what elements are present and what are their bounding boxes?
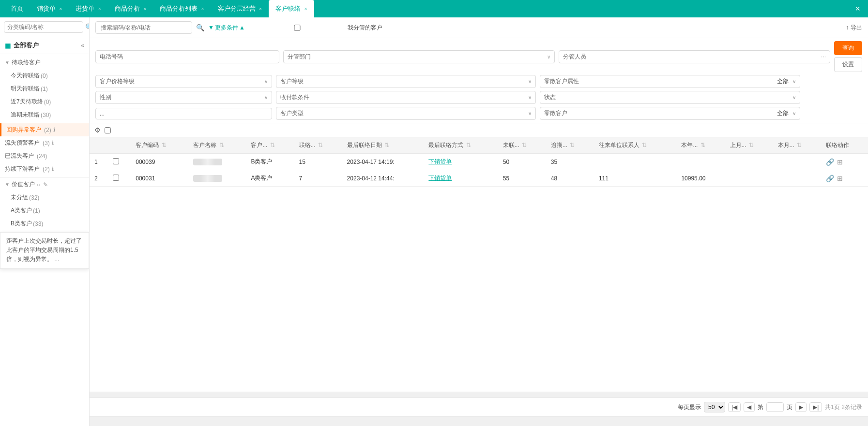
sidebar-item-tomorrow[interactable]: 明天待联络 (1) (0, 82, 89, 95)
row1-link-icon[interactable]: 🔗 (826, 158, 834, 166)
sidebar-item-class-a[interactable]: A类客户 (1) (0, 204, 89, 217)
close-all-tabs-button[interactable]: × (851, 4, 864, 14)
sidebar-item-ungrouped[interactable]: 未分组 (32) (0, 191, 89, 204)
sort-no-contact-icon[interactable]: ⇅ (522, 142, 527, 148)
first-page-button[interactable]: |◀ (728, 402, 741, 412)
table-settings-icon[interactable]: ⚙ (94, 126, 101, 134)
nav-customer-contact[interactable]: 客户联络 × (269, 0, 314, 17)
sort-last-month-icon[interactable]: ⇅ (749, 142, 754, 148)
select-all-checkbox[interactable] (105, 127, 111, 133)
filter-dots[interactable]: ... (95, 108, 272, 119)
close-customer-contact-icon[interactable]: × (304, 0, 307, 17)
close-customer-tier-icon[interactable]: × (259, 0, 262, 17)
sort-overdue-icon[interactable]: ⇅ (570, 142, 575, 148)
filter-retail-customer[interactable]: 零散客户 全部 ∨ (540, 107, 800, 120)
sort-last-date-icon[interactable]: ⇅ (384, 142, 389, 148)
value-arrow-icon: ▼ (5, 182, 10, 187)
filter-phone[interactable]: 电话号码 (95, 50, 279, 63)
row1-action-icons: 🔗 ⊞ (826, 158, 863, 166)
sidebar-item-class-b[interactable]: B类客户 (33) (0, 217, 89, 230)
my-customers-checkbox-label[interactable]: 我分管的客户 (249, 24, 382, 32)
nav-sales-order[interactable]: 销货单 × (30, 0, 69, 17)
export-button[interactable]: ↑ 导出 (846, 24, 862, 32)
row1-grid-icon[interactable]: ⊞ (837, 158, 843, 166)
sort-name-icon[interactable]: ⇅ (219, 142, 224, 148)
sort-type-icon[interactable]: ⇅ (270, 142, 275, 148)
sort-this-year-icon[interactable]: ⇅ (700, 142, 705, 148)
content-area: 🔍 ▼ 更多条件 ▲ 我分管的客户 ↑ 导出 电话号码 (90, 17, 868, 426)
lost-warning-info-icon: ℹ (52, 140, 54, 146)
filter-retail-attr[interactable]: 零散客户属性 全部 ∨ (540, 75, 800, 88)
settings-button[interactable]: 设置 (834, 57, 862, 72)
row2-last-method-link[interactable]: 下销货单 (428, 175, 452, 181)
search-button-icon[interactable]: 🔍 (196, 24, 204, 31)
row2-checkbox-cell (108, 170, 131, 187)
nav-customer-tier[interactable]: 客户分层经营 × (211, 0, 269, 17)
dept-arrow-icon: ∨ (547, 54, 550, 59)
filter-manager[interactable]: 分管人员 ··· (559, 50, 830, 63)
sort-code-icon[interactable]: ⇅ (162, 142, 167, 148)
close-sales-order-icon[interactable]: × (59, 0, 62, 17)
sort-last-method-icon[interactable]: ⇅ (466, 142, 471, 148)
sidebar-all-customers-header[interactable]: ▦ 全部客户 « (0, 37, 89, 54)
sidebar-search-input[interactable] (4, 21, 83, 33)
filter-status[interactable]: 状态 ∨ (540, 91, 800, 104)
sidebar-item-overdue[interactable]: 逾期未联络 (30) (0, 108, 89, 121)
manager-dots-icon[interactable]: ··· (821, 53, 826, 60)
table-header-row: 客户编码 ⇅ 客户名称 ⇅ 客户... ⇅ 联络... (90, 137, 868, 154)
nav-purchase-order[interactable]: 进货单 × (69, 0, 107, 17)
close-product-analysis-icon[interactable]: × (143, 0, 146, 17)
sort-contact-count-icon[interactable]: ⇅ (318, 142, 323, 148)
retail-attr-arrow-icon: ∨ (792, 79, 796, 84)
search-bar: 🔍 ▼ 更多条件 ▲ 我分管的客户 ↑ 导出 (90, 17, 868, 38)
sidebar-search-area: 🔍 (0, 17, 89, 37)
more-conditions-button[interactable]: ▼ 更多条件 ▲ (208, 24, 245, 32)
sidebar-item-repurchase-abnormal[interactable]: 回购异常客户 (2) ℹ (0, 123, 89, 136)
customers-table: 客户编码 ⇅ 客户名称 ⇅ 客户... ⇅ 联络... (90, 137, 868, 187)
pending-contact-header[interactable]: ▼ 待联络客户 (0, 56, 89, 69)
horizontal-scrollbar[interactable] (90, 392, 868, 397)
sidebar-item-lost-warning[interactable]: 流失预警客户 (3) ℹ (0, 136, 89, 149)
query-button[interactable]: 查询 (834, 41, 862, 55)
filter-payment[interactable]: 收付款条件 ∨ (276, 91, 536, 104)
row2-contact-person: 111 (594, 170, 677, 187)
filter-customer-type[interactable]: 客户类型 ∨ (276, 107, 536, 120)
nav-product-analysis[interactable]: 商品分析 × (108, 0, 153, 17)
nav-home[interactable]: 首页 (4, 0, 30, 17)
sort-this-month-icon[interactable]: ⇅ (797, 142, 802, 148)
row2-link-icon[interactable]: 🔗 (826, 175, 834, 182)
filter-dept[interactable]: 分管部门 ∨ (283, 50, 555, 63)
per-page-select[interactable]: 50 (704, 402, 725, 412)
sidebar-item-7days[interactable]: 近7天待联络 (0) (0, 95, 89, 108)
row2-checkbox[interactable] (113, 175, 119, 181)
col-checkbox (108, 137, 131, 154)
my-customers-checkbox[interactable] (249, 25, 346, 31)
edit-icon[interactable]: ✎ (43, 181, 48, 188)
sidebar-item-declining[interactable]: 持续下滑客户 (2) ℹ (0, 162, 89, 176)
row2-grid-icon[interactable]: ⊞ (837, 175, 843, 182)
sidebar-item-today[interactable]: 今天待联络 (0) (0, 69, 89, 82)
nav-product-analysis-list[interactable]: 商品分析列表 × (153, 0, 211, 17)
sidebar-search-icon[interactable]: 🔍 (85, 23, 90, 31)
filter-customer-level[interactable]: 客户等级 ∨ (276, 75, 536, 88)
refresh-icon[interactable]: ○ (37, 182, 40, 188)
page-number-input[interactable]: 1 (766, 402, 784, 412)
row2-last-month (725, 170, 773, 187)
row1-last-method-link[interactable]: 下销货单 (428, 158, 452, 165)
sort-contact-person-icon[interactable]: ⇅ (642, 142, 647, 148)
filter-price-level[interactable]: 客户价格等级 ∨ (95, 75, 272, 88)
close-product-analysis-list-icon[interactable]: × (201, 0, 204, 17)
search-input[interactable] (95, 21, 192, 34)
value-customers-header[interactable]: ▼ 价值客户 ○ ✎ (0, 178, 89, 191)
row1-checkbox[interactable] (113, 158, 119, 164)
sidebar-item-already-lost[interactable]: 已流失客户 (24) (0, 149, 89, 162)
next-page-button[interactable]: ▶ (795, 402, 807, 412)
last-page-button[interactable]: ▶| (809, 402, 822, 412)
filter-gender[interactable]: 性别 ∨ (95, 91, 272, 104)
filter-row-3: 性别 ∨ 收付款条件 ∨ 状态 ∨ (95, 91, 862, 104)
close-purchase-order-icon[interactable]: × (98, 0, 101, 17)
prev-page-button[interactable]: ◀ (744, 402, 755, 412)
row1-no-contact: 50 (498, 154, 546, 170)
tooltip-box: 距客户上次交易时长，超过了此客户的平均交易周期的1.5倍，则视为异常。 ... (0, 232, 89, 269)
collapse-sidebar-icon[interactable]: « (81, 42, 84, 49)
